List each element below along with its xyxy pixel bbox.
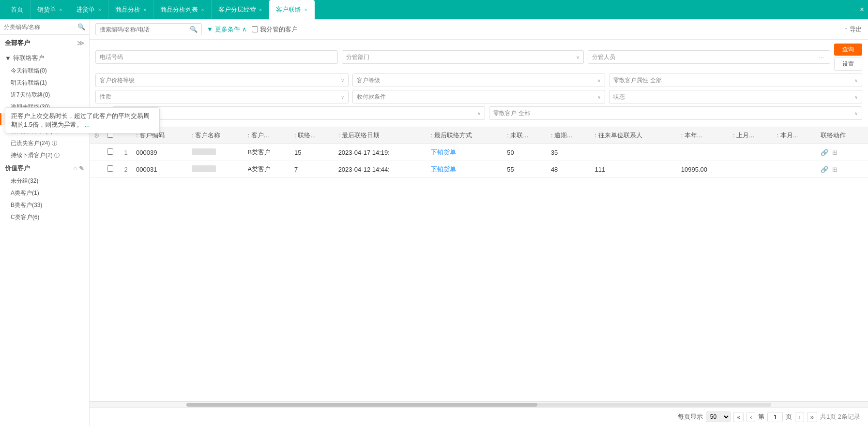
more-conditions-btn[interactable]: ▼ 更多条件 ∧ [207, 25, 247, 34]
sidebar-item-classA[interactable]: A类客户(1) [0, 187, 89, 199]
filter-scatter-attr[interactable]: 零散客户属性 全部 ∨ [609, 73, 862, 87]
contact-col-header[interactable]: : 联络... [291, 127, 335, 144]
scroll-thumb[interactable] [186, 403, 537, 407]
row1-select-checkbox[interactable] [107, 148, 113, 155]
table-header-row: ⚙ : 客户编码 : 客户名称 : 客户... [90, 127, 868, 144]
sidebar-search-icon[interactable]: 🔍 [77, 23, 85, 30]
sidebar-item-today[interactable]: 今天待联络(0) [0, 65, 89, 77]
row2-contact-method-link[interactable]: 下销货单 [431, 165, 456, 173]
filter-scatter-customer[interactable]: 零散客户 全部 ∨ [489, 106, 862, 120]
sidebar-item-classB[interactable]: B类客户(33) [0, 199, 89, 211]
filter-phone[interactable]: 电话号码 [95, 50, 338, 64]
prev-page-btn[interactable]: ‹ [746, 412, 755, 422]
per-page-select[interactable]: 20 50 100 [706, 411, 731, 422]
next-page-btn[interactable]: › [795, 412, 804, 422]
category-col-header[interactable]: : 客户... [244, 127, 291, 144]
close-sales-tab[interactable]: × [59, 7, 62, 13]
query-button[interactable]: 查询 [834, 44, 862, 56]
row1-contact-method-link[interactable]: 下销货单 [431, 148, 456, 156]
row2-uncontacted: 55 [504, 161, 548, 178]
filter-nature[interactable]: 性质 ∨ [95, 90, 349, 103]
nav-item-sales[interactable]: 销货单 × [30, 0, 69, 19]
name-col-header[interactable]: : 客户名称 [189, 127, 244, 144]
nav-item-customer-contact[interactable]: 客户联络 × [269, 0, 314, 19]
setting-button[interactable]: 设置 [834, 58, 862, 71]
tooltip-more[interactable]: ... [84, 121, 90, 128]
row1-unit-contact [592, 144, 678, 161]
row1-category: B类客户 [244, 144, 291, 161]
row2-unit-contact: 111 [592, 161, 678, 178]
row1-name [189, 144, 244, 161]
sidebar-item-tomorrow[interactable]: 明天待联络(1) [0, 77, 89, 89]
row1-settings[interactable] [90, 144, 104, 161]
row1-last-contact-method[interactable]: 下销货单 [428, 144, 504, 161]
section-pending-contact[interactable]: ▼ 待联络客户 [0, 51, 89, 65]
sidebar-item-classC[interactable]: C类客户(6) [0, 211, 89, 223]
page-number-input[interactable] [767, 412, 783, 422]
first-page-btn[interactable]: « [733, 412, 744, 422]
close-analysis-list-tab[interactable]: × [201, 7, 204, 13]
sidebar-search-input[interactable] [4, 24, 77, 30]
nav-item-home[interactable]: 首页 [4, 0, 30, 19]
row2-last-contact-method[interactable]: 下销货单 [428, 161, 504, 178]
overdue-col-header[interactable]: : 逾期... [548, 127, 592, 144]
unit-contact-col-header[interactable]: : 往来单位联系人 [592, 127, 678, 144]
close-window-btn[interactable]: × [860, 5, 864, 14]
last-page-btn[interactable]: » [807, 412, 817, 422]
filter-icon: ▼ [207, 26, 213, 33]
total-info: 共1页 2条记录 [820, 412, 860, 421]
nav-item-customer-tier[interactable]: 客户分层经营 × [212, 0, 269, 19]
close-purchase-tab[interactable]: × [98, 7, 101, 13]
filter-manager[interactable]: 分管人员 ··· [588, 50, 830, 64]
row2-name [189, 161, 244, 178]
sidebar-all-customers[interactable]: 全部客户 ≫ [0, 35, 89, 51]
sidebar-item-ungrouped[interactable]: 未分组(32) [0, 175, 89, 187]
close-customer-contact-tab[interactable]: × [304, 7, 307, 13]
last-month-col-header[interactable]: : 上月... [730, 127, 774, 144]
row2-settings[interactable] [90, 161, 104, 178]
pagination: 每页显示 20 50 100 « ‹ 第 页 › » 共1页 2条记录 [90, 407, 868, 426]
row2-link-icon[interactable]: 🔗 [821, 166, 828, 173]
status-arrow: ∨ [854, 94, 858, 100]
row2-grid-icon[interactable]: ⊞ [832, 166, 838, 173]
department-arrow: ∨ [576, 55, 579, 60]
filter-payment[interactable]: 收付款条件 ∨ [352, 90, 606, 103]
row1-link-icon[interactable]: 🔗 [821, 149, 828, 156]
export-icon: ↑ [845, 26, 848, 33]
search-input[interactable] [100, 26, 190, 33]
sidebar-group-value[interactable]: 价值客户 ○ ✎ [0, 162, 89, 175]
sidebar-item-declining[interactable]: 持续下滑客户(2) ⓘ [0, 149, 89, 162]
nav-item-analysis[interactable]: 商品分析 × [108, 0, 153, 19]
filter-price-level[interactable]: 客户价格等级 ∨ [95, 73, 349, 87]
export-btn[interactable]: ↑ 导出 [845, 25, 863, 34]
sidebar-collapse-btn[interactable]: ≫ [77, 39, 84, 47]
manager-dots[interactable]: ··· [819, 54, 824, 61]
row2-select-checkbox[interactable] [107, 165, 113, 172]
filter-customer-type[interactable]: 客户类型 ∨ [112, 106, 486, 120]
horizontal-scrollbar[interactable] [90, 401, 868, 407]
close-analysis-tab[interactable]: × [143, 7, 146, 13]
nav-item-purchase[interactable]: 进货单 × [69, 0, 108, 19]
close-customer-tier-tab[interactable]: × [259, 7, 262, 13]
row2-overdue: 48 [548, 161, 592, 178]
row1-actions: 🔗 ⊞ [818, 144, 868, 161]
row1-grid-icon[interactable]: ⊞ [832, 149, 838, 156]
this-month-col-header[interactable]: : 本月... [774, 127, 818, 144]
nav-item-analysis-list[interactable]: 商品分析列表 × [153, 0, 211, 19]
filter-row-1: 电话号码 分管部门 ∨ 分管人员 ··· 查询 设置 [95, 44, 862, 71]
group-edit-icon[interactable]: ✎ [79, 165, 84, 172]
filter-customer-level[interactable]: 客户等级 ∨ [352, 73, 606, 87]
my-customers-checkbox[interactable] [252, 26, 258, 32]
filter-department[interactable]: 分管部门 ∨ [342, 50, 584, 64]
this-year-col-header[interactable]: : 本年... [678, 127, 730, 144]
sidebar-item-lost[interactable]: 已流失客户(24) ⓘ [0, 137, 89, 149]
search-icon[interactable]: 🔍 [190, 26, 198, 33]
sidebar-item-7days[interactable]: 近7天待联络(0) [0, 89, 89, 101]
uncontacted-col-header[interactable]: : 未联... [504, 127, 548, 144]
row2-this-year: 10995.00 [678, 161, 730, 178]
filter-status[interactable]: 状态 ∨ [609, 90, 862, 103]
row1-uncontacted: 50 [504, 144, 548, 161]
group-circle-icon[interactable]: ○ [73, 165, 77, 172]
last-contact-method-col-header[interactable]: : 最后联络方式 [428, 127, 504, 144]
last-contact-date-col-header[interactable]: : 最后联络日期 [335, 127, 428, 144]
